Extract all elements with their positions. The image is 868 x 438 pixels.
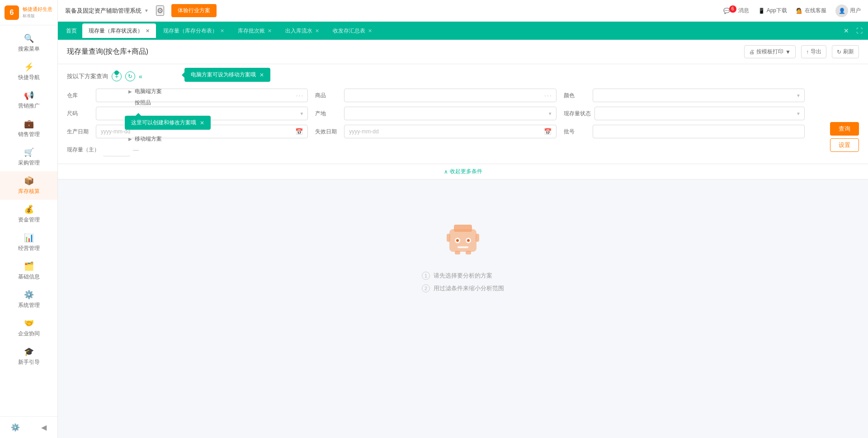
print-dropdown-icon: ▼ [785,49,791,55]
batch-no-input[interactable] [593,125,805,138]
user-item[interactable]: 👤 用户 [835,5,861,17]
gear-button[interactable]: ⚙ [156,5,164,16]
marketing-icon: 📢 [24,90,34,100]
page-actions: 🖨 按模板打印 ▼ ↑ 导出 ↻ 刷新 [744,45,859,58]
field-product: 商品 ··· [315,89,556,102]
sidebar-item-marketing[interactable]: 📢 营销推广 [0,86,57,114]
svg-point-4 [456,239,459,242]
sidebar: 6 畅捷通好生意 标准版 🔍 搜索菜单 ⚡ 快捷导航 📢 营销推广 💼 销售管理… [0,0,58,438]
collapse-sidebar-btn[interactable]: ◀ [39,421,48,433]
filter-refresh-button[interactable]: ↻ [125,71,135,81]
sidebar-item-sales[interactable]: 💼 销售管理 [0,114,57,143]
color-select[interactable]: ▼ [593,89,805,102]
expiry-date-input[interactable]: yyyy-mm-dd 📅 [344,125,556,138]
online-service-item[interactable]: 💁 在线客服 [796,7,826,14]
warehouse-dots[interactable]: ··· [296,92,304,99]
message-badge: 6 [729,5,736,13]
size-dropdown-icon: ▼ [299,111,304,116]
svg-rect-8 [476,234,479,242]
tab-inout-flow[interactable]: 出入库流水 ✕ [279,24,326,38]
product-input[interactable]: ··· [344,89,556,102]
newbie-icon: 🎓 [24,347,34,357]
tab-expand-btn[interactable]: ⛶ [854,25,864,36]
quick-icon: ⚡ [24,62,34,72]
filter-back-button[interactable]: « [139,73,142,80]
sidebar-item-quick[interactable]: ⚡ 快捷导航 [0,57,57,86]
page-header: 现存量查询(按仓库+商品) 🖨 按模板打印 ▼ ↑ 导出 ↻ 刷新 [58,40,868,64]
app-download-label: App下载 [767,7,787,14]
system-icon: ⚙️ [24,290,34,300]
batch-no-label: 批号 [564,128,589,136]
brand-name: 畅捷通好生意 [23,6,52,13]
product-dots[interactable]: ··· [544,92,552,99]
scheme-item-desktop[interactable]: ▶ 电脑端方案 [125,86,211,97]
filter-area: 按以下方案查询 + ↻ « 电脑方案可设为移动方案哦 ✕ ▶ [58,64,868,164]
field-stock-status: 现存量状态 ▼ [564,107,805,120]
print-button[interactable]: 🖨 按模板打印 ▼ [744,45,796,58]
collapse-button[interactable]: ∧ 收起更多条件 [444,168,482,175]
scheme-arrow-icon: ▶ [128,89,132,94]
origin-select[interactable]: ▼ [344,107,556,120]
tab-home[interactable]: 首页 [61,24,81,38]
export-icon: ↑ [806,49,809,55]
expiry-date-calendar-icon[interactable]: 📅 [544,128,552,135]
sidebar-item-search[interactable]: 🔍 搜索菜单 [0,29,57,57]
tab-close-icon[interactable]: ✕ [220,28,224,34]
message-item[interactable]: 💬 6 消息 [723,7,749,14]
tooltip-popup-1: 电脑方案可设为移动方案哦 ✕ [184,68,270,82]
tab-close-icon[interactable]: ✕ [146,28,150,34]
size-label: 尺码 [67,110,92,118]
sidebar-item-system[interactable]: ⚙️ 系统管理 [0,285,57,314]
purchase-icon: 🛒 [24,147,34,157]
tab-close-all-btn[interactable]: ✕ [842,25,851,36]
export-button[interactable]: ↑ 导出 [801,45,826,58]
print-icon: 🖨 [749,49,755,55]
tooltip-close-2[interactable]: ✕ [200,120,204,126]
top-header: 装备及固定资产辅助管理系统 ▼ ⚙ 体验行业方案 💬 6 消息 📱 App下载 … [58,0,868,22]
finance-icon: 💰 [24,204,34,214]
svg-rect-1 [454,225,472,232]
sidebar-item-management[interactable]: 📊 经营管理 [0,228,57,257]
refresh-button[interactable]: ↻ 刷新 [832,45,859,58]
sidebar-item-purchase[interactable]: 🛒 采购管理 [0,143,57,171]
tooltip-close-1[interactable]: ✕ [259,72,264,78]
scheme-item-product[interactable]: 按照品 [125,97,211,108]
tab-inventory-dist[interactable]: 现存量（库存分布表） ✕ [157,24,231,38]
sidebar-item-label: 搜索菜单 [18,45,40,53]
tab-receive-send[interactable]: 收发存汇总表 ✕ [326,24,378,38]
tooltip-scheme: 电脑方案可设为移动方案哦 ✕ [184,68,270,82]
sidebar-item-label: 经营管理 [18,245,40,252]
settings-bottom-btn[interactable]: ⚙️ [9,421,22,433]
prod-date-calendar-icon[interactable]: 📅 [295,128,303,135]
reset-button[interactable]: 设置 [830,138,859,152]
stock-status-select[interactable]: ▼ [594,107,805,120]
sidebar-item-newbie[interactable]: 🎓 新手引导 [0,342,57,371]
sidebar-item-inventory[interactable]: 📦 库存核算 [0,171,57,200]
sidebar-item-finance[interactable]: 💰 资金管理 [0,200,57,228]
scheme-item-mobile[interactable]: ▶ 移动端方案 [125,133,211,145]
sidebar-item-label: 资金管理 [18,216,40,224]
origin-dropdown-icon: ▼ [548,111,552,116]
header-right: 💬 6 消息 📱 App下载 💁 在线客服 👤 用户 [723,5,861,17]
sidebar-item-enterprise[interactable]: 🤝 企业协同 [0,314,57,342]
dropdown-arrow-icon: ▼ [144,8,149,13]
color-label: 颜色 [564,92,589,99]
app-download-item[interactable]: 📱 App下载 [758,7,787,14]
tab-close-icon[interactable]: ✕ [315,28,319,34]
range-dash: — [133,146,139,153]
sales-icon: 💼 [24,119,34,129]
expiry-date-placeholder: yyyy-mm-dd [349,128,378,135]
sidebar-item-label: 基础信息 [18,273,40,281]
tab-inventory-status[interactable]: 现存量（库存状况表） ✕ [82,24,156,38]
logo-icon: 6 [5,5,19,20]
collapse-label: 收起更多条件 [450,168,482,175]
industry-button[interactable]: 体验行业方案 [171,4,217,17]
tab-batch[interactable]: 库存批次账 ✕ [231,24,278,38]
stock-status-dropdown-icon: ▼ [796,111,801,116]
page-title: 现存量查询(按仓库+商品) [67,47,148,57]
tab-close-icon[interactable]: ✕ [368,28,372,34]
sidebar-item-base-info[interactable]: 🗂️ 基础信息 [0,257,57,285]
tab-close-icon[interactable]: ✕ [268,28,272,34]
search-button[interactable]: 查询 [830,122,859,136]
svg-rect-0 [449,229,476,252]
